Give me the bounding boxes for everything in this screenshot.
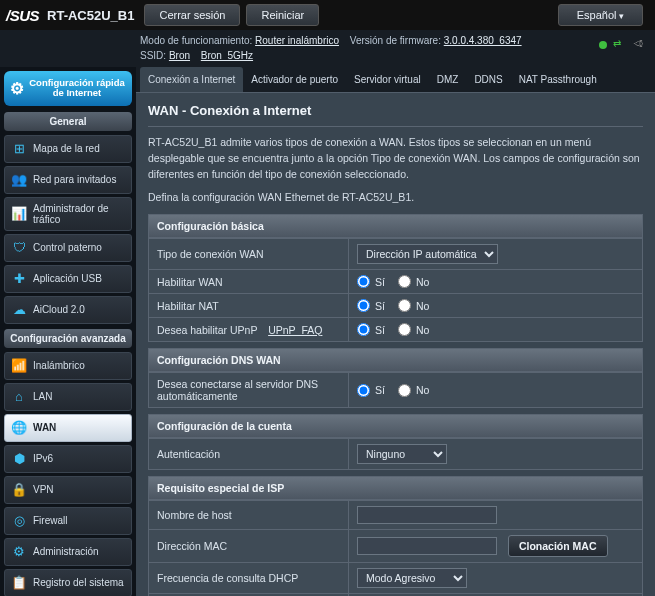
conn-type-label: Tipo de conexión WAN bbox=[149, 239, 349, 270]
nav-icon: 🛡 bbox=[11, 240, 27, 256]
section-isp-title: Requisito especial de ISP bbox=[148, 476, 643, 500]
yes-label: Sí bbox=[375, 324, 385, 336]
enable-wan-yes[interactable] bbox=[357, 275, 370, 288]
auth-label: Autenticación bbox=[149, 439, 349, 470]
nav-icon: ✚ bbox=[11, 271, 27, 287]
status-bar: Modo de funcionamiento: Router inalámbri… bbox=[0, 30, 655, 67]
conn-type-select[interactable]: Dirección IP automática bbox=[357, 244, 498, 264]
sidebar-item-inal-mbrico[interactable]: 📶Inalámbrico bbox=[4, 352, 132, 380]
nav-icon: ☁ bbox=[11, 302, 27, 318]
sidebar-item-registro-del-sistema[interactable]: 📋Registro del sistema bbox=[4, 569, 132, 596]
sidebar: ⚙ Configuración rápida de Internet Gener… bbox=[0, 67, 136, 596]
mac-input[interactable] bbox=[357, 537, 497, 555]
logout-button[interactable]: Cerrar sesión bbox=[144, 4, 240, 26]
status-online-icon bbox=[599, 41, 607, 49]
sidebar-item-lan[interactable]: ⌂LAN bbox=[4, 383, 132, 411]
dhcp-freq-label: Frecuencia de consulta DHCP bbox=[149, 563, 349, 594]
nav-label: Administración bbox=[33, 546, 99, 557]
enable-wan-no[interactable] bbox=[398, 275, 411, 288]
sidebar-item-mapa-de-la-red[interactable]: ⊞Mapa de la red bbox=[4, 135, 132, 163]
mode-value-link[interactable]: Router inalámbrico bbox=[255, 35, 339, 46]
intro-text: RT-AC52U_B1 admite varios tipos de conex… bbox=[148, 135, 643, 182]
dhcp-freq-select[interactable]: Modo Agresivo bbox=[357, 568, 467, 588]
gear-icon: ⚙ bbox=[10, 80, 24, 98]
no-label: No bbox=[416, 324, 429, 336]
nav-icon: ⬢ bbox=[11, 451, 27, 467]
sidebar-item-red-para-invitados[interactable]: 👥Red para invitados bbox=[4, 166, 132, 194]
hostname-label: Nombre de host bbox=[149, 501, 349, 530]
nav-label: IPv6 bbox=[33, 453, 53, 464]
ssid1-link[interactable]: Bron bbox=[169, 50, 190, 61]
no-label: No bbox=[416, 276, 429, 288]
nav-icon: ⚙ bbox=[11, 544, 27, 560]
nav-icon: ⌂ bbox=[11, 389, 27, 405]
general-header: General bbox=[4, 112, 132, 131]
mode-label: Modo de funcionamiento: bbox=[140, 35, 252, 46]
sidebar-item-administrador-de-tr-fico[interactable]: 📊Administrador de tráfico bbox=[4, 197, 132, 231]
tab-nat-passthrough[interactable]: NAT Passthrough bbox=[511, 67, 605, 92]
sidebar-item-ipv6[interactable]: ⬢IPv6 bbox=[4, 445, 132, 473]
sidebar-item-wan[interactable]: 🌐WAN bbox=[4, 414, 132, 442]
qis-label: Configuración rápida de Internet bbox=[28, 78, 126, 99]
enable-upnp-no[interactable] bbox=[398, 323, 411, 336]
section-account-title: Configuración de la cuenta bbox=[148, 414, 643, 438]
tab-ddns[interactable]: DDNS bbox=[466, 67, 510, 92]
qis-button[interactable]: ⚙ Configuración rápida de Internet bbox=[4, 71, 132, 106]
auto-dns-yes[interactable] bbox=[357, 384, 370, 397]
nav-label: LAN bbox=[33, 391, 52, 402]
nav-label: Inalámbrico bbox=[33, 360, 85, 371]
sidebar-item-administraci-n[interactable]: ⚙Administración bbox=[4, 538, 132, 566]
auto-dns-no[interactable] bbox=[398, 384, 411, 397]
nav-label: Aplicación USB bbox=[33, 273, 102, 284]
enable-upnp-label: Desea habilitar UPnP UPnP_FAQ bbox=[149, 318, 349, 342]
tab-activador-de-puerto[interactable]: Activador de puerto bbox=[243, 67, 346, 92]
fw-value-link[interactable]: 3.0.0.4.380_6347 bbox=[444, 35, 522, 46]
nav-icon: ◎ bbox=[11, 513, 27, 529]
page-title: WAN - Conexión a Internet bbox=[148, 103, 643, 118]
mac-clone-button[interactable]: Clonación MAC bbox=[508, 535, 608, 557]
nav-label: VPN bbox=[33, 484, 54, 495]
sidebar-item-vpn[interactable]: 🔒VPN bbox=[4, 476, 132, 504]
tab-dmz[interactable]: DMZ bbox=[429, 67, 467, 92]
usb-icon: ⏿ bbox=[633, 36, 647, 50]
panel: WAN - Conexión a Internet RT-AC52U_B1 ad… bbox=[136, 93, 655, 596]
nav-icon: 🌐 bbox=[11, 420, 27, 436]
nav-icon: 👥 bbox=[11, 172, 27, 188]
hostname-input[interactable] bbox=[357, 506, 497, 524]
nav-label: AiCloud 2.0 bbox=[33, 304, 85, 315]
yes-label: Sí bbox=[375, 276, 385, 288]
nav-icon: 🔒 bbox=[11, 482, 27, 498]
nav-label: WAN bbox=[33, 422, 56, 433]
section-basic-title: Configuración básica bbox=[148, 214, 643, 238]
ssid2-link[interactable]: Bron_5GHz bbox=[201, 50, 253, 61]
section-dns-title: Configuración DNS WAN bbox=[148, 348, 643, 372]
enable-nat-yes[interactable] bbox=[357, 299, 370, 312]
sidebar-item-aicloud-2-0[interactable]: ☁AiCloud 2.0 bbox=[4, 296, 132, 324]
link-icon: ⇄ bbox=[613, 36, 627, 50]
no-label: No bbox=[416, 384, 429, 396]
tab-conexi-n-a-internet[interactable]: Conexión a Internet bbox=[140, 67, 243, 92]
enable-wan-label: Habilitar WAN bbox=[149, 270, 349, 294]
language-dropdown[interactable]: Español bbox=[558, 4, 643, 26]
yes-label: Sí bbox=[375, 384, 385, 396]
nav-icon: 📋 bbox=[11, 575, 27, 591]
reboot-button[interactable]: Reiniciar bbox=[246, 4, 319, 26]
upnp-faq-link[interactable]: UPnP_FAQ bbox=[268, 324, 322, 336]
brand-logo: /SUS bbox=[6, 7, 39, 24]
sidebar-item-control-paterno[interactable]: 🛡Control paterno bbox=[4, 234, 132, 262]
status-icons: ⇄ ⏿ bbox=[599, 36, 647, 50]
nav-label: Control paterno bbox=[33, 242, 102, 253]
sidebar-item-aplicaci-n-usb[interactable]: ✚Aplicación USB bbox=[4, 265, 132, 293]
nav-label: Registro del sistema bbox=[33, 577, 124, 588]
tab-servidor-virtual[interactable]: Servidor virtual bbox=[346, 67, 429, 92]
nav-icon: 📊 bbox=[11, 206, 27, 222]
auth-select[interactable]: Ninguno bbox=[357, 444, 447, 464]
nav-label: Mapa de la red bbox=[33, 143, 100, 154]
ssid-label: SSID: bbox=[140, 50, 166, 61]
yes-label: Sí bbox=[375, 300, 385, 312]
fw-label: Versión de firmware: bbox=[350, 35, 441, 46]
sidebar-item-firewall[interactable]: ◎Firewall bbox=[4, 507, 132, 535]
tab-bar: Conexión a InternetActivador de puertoSe… bbox=[136, 67, 655, 93]
enable-nat-no[interactable] bbox=[398, 299, 411, 312]
enable-upnp-yes[interactable] bbox=[357, 323, 370, 336]
